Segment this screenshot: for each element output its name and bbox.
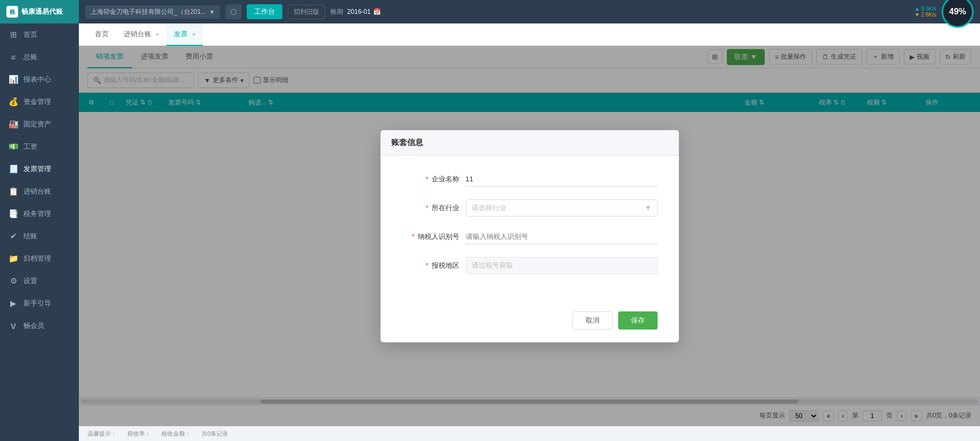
- workbench-label: 工作台: [254, 7, 275, 15]
- sidebar-item-label: 新手引导: [23, 299, 51, 308]
- speed-percent: 49%: [949, 7, 966, 17]
- topbar: 上海卯金刀电子科技有限公司_（台201... ▼ ⬡ 工作台 切到旧版 账期 2…: [79, 0, 980, 23]
- sidebar-item-label: 首页: [23, 30, 37, 39]
- reports-icon: 📊: [9, 75, 18, 84]
- industry-placeholder: 请选择行业: [472, 203, 506, 213]
- company-name-input[interactable]: [466, 172, 658, 187]
- sidebar-item-label: 资金管理: [23, 97, 51, 107]
- tax-id-input[interactable]: [466, 229, 658, 244]
- sidebar: 账 畅康通易代账 ⊞ 首页 ≡ 总账 📊 报表中心 💰 资金管理 🏭 固定资产 …: [0, 0, 79, 441]
- tax-region-readonly: 通过税号获取: [466, 257, 658, 274]
- bottom-text: 温馨提示：: [87, 430, 117, 438]
- form-label-company-name: * 企业名称: [402, 174, 466, 184]
- logo-text: 畅康通易代账: [21, 7, 63, 17]
- tab-purchases-label: 进销台账: [124, 29, 151, 39]
- bottom-tax-rate: 税收率：: [127, 430, 151, 438]
- form-row-tax-id: * 纳税人识别号: [402, 229, 658, 244]
- tax-icon: 📑: [9, 209, 18, 219]
- sidebar-item-label: 报表中心: [23, 75, 51, 84]
- main-content: 上海卯金刀电子科技有限公司_（台201... ▼ ⬡ 工作台 切到旧版 账期 2…: [79, 0, 980, 441]
- purchases-icon: 📋: [9, 187, 18, 196]
- logo-icon: 账: [6, 6, 18, 18]
- member-icon: V: [9, 321, 18, 331]
- speed-up: ▲ 8.5K/s: [914, 6, 936, 12]
- sidebar-item-invoice[interactable]: 🧾 发票管理: [0, 158, 79, 180]
- modal-overlay: 账套信息 * 企业名称: [79, 46, 980, 426]
- cancel-button[interactable]: 取消: [572, 311, 613, 330]
- tab-home-label: 首页: [95, 29, 109, 39]
- sidebar-item-funds[interactable]: 💰 资金管理: [0, 91, 79, 113]
- tab-purchases-close[interactable]: ×: [156, 31, 159, 37]
- modal-body: * 企业名称 * 所在行业 请选择行业: [380, 156, 679, 303]
- sidebar-item-member[interactable]: V 畅会员: [0, 315, 79, 337]
- salary-icon: 💵: [9, 142, 18, 151]
- industry-select[interactable]: 请选择行业 ▼: [466, 199, 658, 217]
- app-logo: 账 畅康通易代账: [0, 0, 79, 23]
- tab-invoice[interactable]: 发票 ×: [166, 23, 203, 46]
- funds-icon: 💰: [9, 97, 18, 107]
- required-star: *: [426, 204, 428, 212]
- settings-icon: ⚙: [9, 276, 18, 286]
- sidebar-item-settings[interactable]: ⚙ 设置: [0, 270, 79, 292]
- required-star: *: [412, 232, 415, 240]
- sidebar-item-guide[interactable]: ▶ 新手引导: [0, 292, 79, 315]
- tab-bar: 首页 进销台账 × 发票 ×: [79, 23, 980, 46]
- form-row-industry: * 所在行业 请选择行业 ▼: [402, 199, 658, 217]
- sidebar-item-reports[interactable]: 📊 报表中心: [0, 68, 79, 91]
- sidebar-item-label: 总账: [23, 52, 37, 62]
- company-selector[interactable]: 上海卯金刀电子科技有限公司_（台201... ▼: [85, 5, 220, 19]
- workbench-button[interactable]: 工作台: [247, 4, 282, 19]
- tab-invoice-label: 发票: [174, 29, 188, 39]
- speed-down: ▼ 2.6K/s: [914, 12, 936, 18]
- bottom-tax-amount: 税收金额：: [161, 430, 191, 438]
- save-button[interactable]: 保存: [618, 311, 658, 330]
- sidebar-item-ledger[interactable]: ≡ 总账: [0, 46, 79, 68]
- copy-button[interactable]: ⬡: [225, 4, 241, 19]
- dropdown-icon: ▼: [209, 9, 215, 15]
- sidebar-item-salary[interactable]: 💵 工资: [0, 135, 79, 158]
- sidebar-item-tax[interactable]: 📑 税务管理: [0, 203, 79, 225]
- old-version-label: 切到旧版: [294, 8, 319, 15]
- bottom-total: 共0条记录: [201, 430, 228, 438]
- save-label: 保存: [631, 316, 645, 324]
- sidebar-item-home[interactable]: ⊞ 首页: [0, 23, 79, 46]
- required-star: *: [426, 261, 428, 269]
- ledger-icon: ≡: [9, 52, 18, 62]
- period-value: 2016-01: [347, 8, 371, 15]
- checkout-icon: ✔: [9, 231, 18, 241]
- account-info-modal: 账套信息 * 企业名称: [380, 130, 679, 342]
- archive-icon: 📁: [9, 254, 18, 263]
- invoice-icon: 🧾: [9, 164, 18, 174]
- old-version-button[interactable]: 切到旧版: [288, 5, 325, 19]
- sidebar-item-label: 固定资产: [23, 119, 51, 129]
- form-row-company-name: * 企业名称: [402, 172, 658, 187]
- assets-icon: 🏭: [9, 119, 18, 129]
- tab-purchases[interactable]: 进销台账 ×: [116, 23, 166, 46]
- home-icon: ⊞: [9, 30, 18, 39]
- sidebar-item-label: 工资: [23, 142, 37, 151]
- sidebar-item-label: 结账: [23, 231, 37, 241]
- copy-icon: ⬡: [230, 7, 237, 16]
- sidebar-item-label: 归档管理: [23, 254, 51, 263]
- bottom-bar: 温馨提示： 税收率： 税收金额： 共0条记录: [79, 426, 980, 441]
- sidebar-item-label: 进销台账: [23, 187, 51, 196]
- modal-footer: 取消 保存: [380, 303, 679, 342]
- tab-home[interactable]: 首页: [87, 23, 116, 46]
- guide-icon: ▶: [9, 299, 18, 308]
- sidebar-item-purchases[interactable]: 📋 进销台账: [0, 180, 79, 203]
- company-name: 上海卯金刀电子科技有限公司_（台201...: [91, 7, 206, 17]
- sidebar-item-assets[interactable]: 🏭 固定资产: [0, 113, 79, 135]
- form-label-tax-id: * 纳税人识别号: [402, 232, 466, 242]
- select-chevron-icon: ▼: [645, 204, 652, 212]
- sidebar-item-archive[interactable]: 📁 归档管理: [0, 247, 79, 270]
- sub-content: 销项发票 进项发票 费用小票 ⊞ 取票 ▼ ≡: [79, 46, 980, 426]
- sidebar-item-label: 设置: [23, 276, 37, 286]
- tax-region-placeholder: 通过税号获取: [472, 261, 513, 269]
- period-label: 账期: [330, 7, 343, 17]
- sidebar-item-label: 税务管理: [23, 209, 51, 219]
- form-label-industry: * 所在行业: [402, 203, 466, 213]
- sidebar-item-checkout[interactable]: ✔ 结账: [0, 225, 79, 247]
- tab-invoice-close[interactable]: ×: [192, 31, 195, 37]
- calendar-icon[interactable]: 📅: [373, 8, 381, 15]
- modal-header: 账套信息: [380, 130, 679, 156]
